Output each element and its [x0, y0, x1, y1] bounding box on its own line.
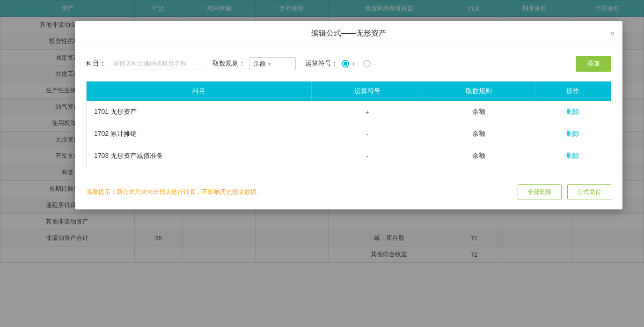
- cell-subject: 1701 无形资产: [87, 101, 312, 123]
- delete-link[interactable]: 删除: [566, 152, 579, 159]
- modal-close-button[interactable]: ×: [610, 30, 615, 38]
- modal-body: 科目： 取数规则： 余额 ▼ 运算符号： +: [75, 46, 622, 177]
- radio-minus-circle: [363, 60, 371, 67]
- cell-action: 删除: [534, 145, 611, 167]
- th-subject: 科目: [87, 82, 312, 102]
- cell-rule: 余额: [423, 101, 534, 123]
- modal-footer: 温馨提示：新公式只对未出报表进行计算，不影响历史报表数据。 全部删除 公式复位: [75, 177, 622, 209]
- formula-table: 科目 运算符号 取数规则 操作 1701 无形资产+余额删除1702 累计摊销-…: [86, 81, 611, 167]
- operator-label: 运算符号：: [305, 59, 338, 68]
- chevron-down-icon: ▼: [267, 61, 272, 67]
- delete-all-button[interactable]: 全部删除: [518, 184, 562, 200]
- radio-plus[interactable]: +: [342, 60, 356, 67]
- add-button[interactable]: 添加: [576, 56, 611, 72]
- radio-minus-label: -: [373, 60, 376, 67]
- rule-select[interactable]: 余额 ▼: [249, 57, 296, 70]
- table-row: 1702 累计摊销-余额删除: [87, 123, 611, 145]
- edit-formula-modal: 编辑公式——无形资产 × 科目： 取数规则： 余额 ▼ 运算符号：: [75, 21, 622, 209]
- th-action: 操作: [534, 82, 611, 102]
- modal-title: 编辑公式——无形资产: [311, 29, 386, 38]
- subject-input[interactable]: [110, 58, 203, 69]
- table-row: 1703 无形资产减值准备-余额删除: [87, 145, 611, 167]
- footer-tip-text: 温馨提示：新公式只对未出报表进行计算，不影响历史报表数据。: [86, 188, 263, 196]
- rule-label: 取数规则：: [212, 59, 245, 68]
- reset-formula-button[interactable]: 公式复位: [567, 184, 611, 200]
- cell-action: 删除: [534, 123, 611, 145]
- cell-operator: -: [311, 145, 423, 167]
- delete-link[interactable]: 删除: [566, 130, 579, 137]
- rule-field-group: 取数规则： 余额 ▼: [212, 57, 296, 70]
- radio-plus-circle: [342, 60, 349, 67]
- footer-buttons: 全部删除 公式复位: [518, 184, 611, 200]
- form-row: 科目： 取数规则： 余额 ▼ 运算符号： +: [86, 56, 611, 72]
- operator-field-group: 运算符号： + -: [305, 59, 376, 68]
- radio-minus[interactable]: -: [363, 60, 376, 67]
- subject-field-group: 科目：: [86, 58, 203, 69]
- cell-rule: 余额: [423, 123, 534, 145]
- subject-label: 科目：: [86, 59, 106, 68]
- cell-operator: +: [311, 101, 423, 123]
- cell-operator: -: [311, 123, 423, 145]
- modal-header: 编辑公式——无形资产 ×: [75, 21, 622, 46]
- cell-subject: 1703 无形资产减值准备: [87, 145, 312, 167]
- radio-plus-label: +: [352, 60, 356, 67]
- rule-select-value: 余额: [253, 59, 265, 68]
- cell-action: 删除: [534, 101, 611, 123]
- cell-rule: 余额: [423, 145, 534, 167]
- th-operator: 运算符号: [311, 82, 423, 102]
- cell-subject: 1702 累计摊销: [87, 123, 312, 145]
- table-row: 1701 无形资产+余额删除: [87, 101, 611, 123]
- table-header-row: 科目 运算符号 取数规则 操作: [87, 82, 611, 102]
- radio-group: + -: [342, 60, 376, 67]
- delete-link[interactable]: 删除: [566, 108, 579, 115]
- th-rule: 取数规则: [423, 82, 534, 102]
